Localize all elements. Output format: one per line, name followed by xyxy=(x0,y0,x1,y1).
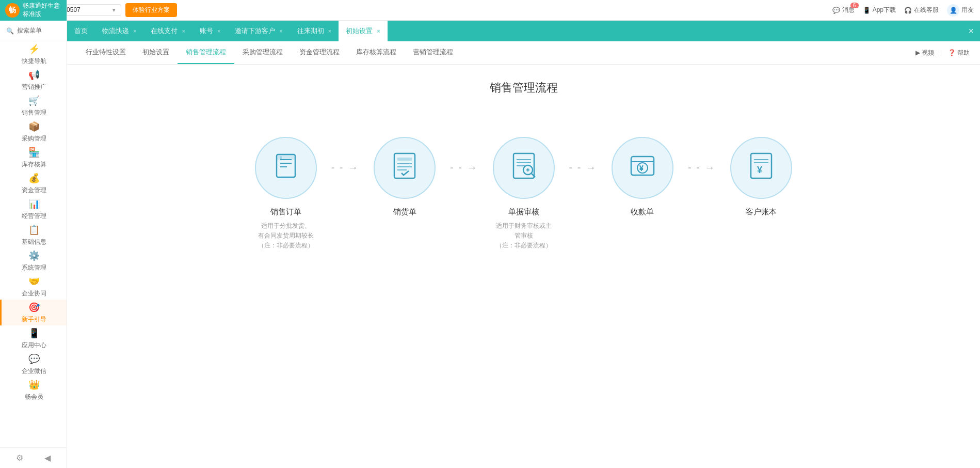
sidebar-item-marketing-promo[interactable]: 📢 营销推广 xyxy=(0,67,67,93)
sidebar-item-newbie-guide[interactable]: 🎯 新手引导 xyxy=(0,300,67,325)
nav-tab-往来期初[interactable]: 往来期初× xyxy=(290,21,339,41)
flow-arrow-3: - - → xyxy=(565,162,601,174)
nav-tab-邀请下游客户[interactable]: 邀请下游客户× xyxy=(228,21,290,41)
sidebar-label-enterprise-wechat: 企业微信 xyxy=(22,367,46,376)
sidebar-item-enterprise-wechat[interactable]: 💬 企业微信 xyxy=(0,351,67,377)
support-button[interactable]: 🎧 在线客服 xyxy=(904,6,939,14)
message-button[interactable]: 💬 消息 6 xyxy=(832,6,855,14)
flow-step-icon-sales-invoice xyxy=(390,151,419,185)
flow-diagram: ≡ 销售订单 适用于分批发货、有合同发货周期较长（注：非必要流程） - - → … xyxy=(77,127,970,261)
sidebar-icon-finance: 💰 xyxy=(28,173,40,184)
sidebar-label-enterprise-collab: 企业协同 xyxy=(22,289,46,298)
flow-step-sales-order[interactable]: ≡ 销售订单 适用于分批发货、有合同发货周期较长（注：非必要流程） xyxy=(245,137,327,251)
flow-circle-sales-order: ≡ xyxy=(255,137,317,199)
nav-tab-首页[interactable]: 首页 xyxy=(67,21,95,41)
top-bar: 用户690企业1660120507 ▼ 体验行业方案 💬 消息 6 📱 App下… xyxy=(0,0,980,21)
sub-tab-初始设置[interactable]: 初始设置 xyxy=(134,41,178,64)
nav-tab-在线支付[interactable]: 在线支付× xyxy=(143,21,192,41)
sidebar-label-vip: 畅会员 xyxy=(25,393,43,401)
sidebar-icon-enterprise-collab: 🤝 xyxy=(28,276,40,287)
sidebar-items: ⚡ 快捷导航📢 营销推广🛒 销售管理📦 采购管理🏪 库存核算💰 资金管理📊 经营… xyxy=(0,41,67,447)
search-menu[interactable]: 🔍 搜索菜单 xyxy=(0,21,67,41)
sidebar-icon-quicknav: ⚡ xyxy=(28,43,40,55)
flow-arrow-1: - - → xyxy=(327,162,363,174)
arrow-icon: - - → xyxy=(569,162,597,174)
message-icon: 💬 xyxy=(832,7,840,14)
settings-bottom-icon[interactable]: ⚙ xyxy=(16,453,23,463)
close-all-tabs[interactable]: × xyxy=(962,26,980,37)
user-menu[interactable]: 👤 用友 xyxy=(947,4,974,17)
question-icon: ❓ xyxy=(948,49,956,56)
headset-icon: 🎧 xyxy=(904,7,912,14)
nav-tabs: 首页物流快递×在线支付×账号×邀请下游客户×往来期初×初始设置×× xyxy=(67,21,980,41)
sidebar-icon-vip: 👑 xyxy=(28,379,40,391)
flow-circle-customer-account: ¥ xyxy=(730,137,792,199)
sub-tab-营销管理流程[interactable]: 营销管理流程 xyxy=(405,41,461,64)
sidebar-item-sales[interactable]: 🛒 销售管理 xyxy=(0,93,67,119)
nav-tab-物流快递[interactable]: 物流快递× xyxy=(95,21,143,41)
sub-tab-行业特性设置[interactable]: 行业特性设置 xyxy=(77,41,134,64)
sub-tab-资金管理流程[interactable]: 资金管理流程 xyxy=(291,41,348,64)
flow-label-customer-account: 客户账本 xyxy=(746,207,777,217)
page-title: 销售管理流程 xyxy=(77,80,970,96)
flow-step-document-review[interactable]: 单据审核 适用于财务审核或主管审核（注：非必要流程） xyxy=(483,137,565,251)
play-icon: ▶ xyxy=(915,49,920,56)
flow-label-document-review: 单据审核 xyxy=(508,207,539,217)
sidebar-item-app-center[interactable]: 📱 应用中心 xyxy=(0,325,67,351)
dropdown-arrow: ▼ xyxy=(111,7,117,13)
phone-icon: 📱 xyxy=(863,7,871,14)
sub-tab-销售管理流程[interactable]: 销售管理流程 xyxy=(178,41,234,64)
close-tab-往来期初[interactable]: × xyxy=(328,28,331,34)
sidebar-label-inventory: 库存核算 xyxy=(22,160,46,169)
flow-step-customer-account[interactable]: ¥ 客户账本 xyxy=(720,137,802,221)
flow-desc-sales-order: 适用于分批发货、有合同发货周期较长（注：非必要流程） xyxy=(258,221,314,251)
content-area: 销售管理流程 ≡ 销售订单 适用于分批发货、有合同发货周期较长（注：非必要流程）… xyxy=(67,65,980,375)
arrow-icon: - - → xyxy=(331,162,359,174)
message-badge: 6 xyxy=(850,3,859,8)
sidebar-item-finance[interactable]: 💰 资金管理 xyxy=(0,170,67,196)
close-tab-初始设置[interactable]: × xyxy=(377,28,380,34)
sub-tab-库存核算流程[interactable]: 库存核算流程 xyxy=(348,41,405,64)
sidebar-label-system: 系统管理 xyxy=(22,263,46,272)
trial-button[interactable]: 体验行业方案 xyxy=(125,3,177,17)
sub-tab-采购管理流程[interactable]: 采购管理流程 xyxy=(234,41,291,64)
flow-step-collection[interactable]: ¥ ¥ 收款单 xyxy=(601,137,684,221)
close-tab-物流快递[interactable]: × xyxy=(133,28,136,34)
flow-label-sales-invoice: 销货单 xyxy=(393,207,416,217)
avatar: 👤 xyxy=(947,4,959,17)
help-link[interactable]: ❓ 帮助 xyxy=(948,49,970,57)
sidebar-item-quicknav[interactable]: ⚡ 快捷导航 xyxy=(0,41,67,67)
close-tab-账号[interactable]: × xyxy=(217,28,220,34)
sidebar-label-quicknav: 快捷导航 xyxy=(22,57,46,66)
sidebar-icon-operations: 📊 xyxy=(28,198,40,210)
sidebar: 畅 畅康通好生意 标准版 🔍 搜索菜单 ⚡ 快捷导航📢 营销推广🛒 销售管理📦 … xyxy=(0,0,67,468)
video-link[interactable]: ▶ 视频 xyxy=(915,49,934,57)
sidebar-label-app-center: 应用中心 xyxy=(22,341,46,350)
main-content: 行业特性设置初始设置销售管理流程采购管理流程资金管理流程库存核算流程营销管理流程… xyxy=(67,41,980,468)
sidebar-item-operations[interactable]: 📊 经营管理 xyxy=(0,196,67,222)
collapse-icon[interactable]: ◀ xyxy=(44,453,51,463)
search-icon: 🔍 xyxy=(6,27,14,35)
sidebar-icon-basic-info: 📋 xyxy=(28,224,40,236)
sidebar-icon-system: ⚙️ xyxy=(28,250,40,261)
sidebar-item-purchase[interactable]: 📦 采购管理 xyxy=(0,119,67,145)
close-tab-邀请下游客户[interactable]: × xyxy=(279,28,282,34)
flow-step-icon-document-review xyxy=(509,151,538,185)
app-download-button[interactable]: 📱 App下载 xyxy=(863,6,896,14)
nav-tab-账号[interactable]: 账号× xyxy=(192,21,228,41)
sidebar-item-enterprise-collab[interactable]: 🤝 企业协同 xyxy=(0,274,67,300)
logo-text: 畅康通好生意 标准版 xyxy=(23,2,60,18)
sidebar-item-basic-info[interactable]: 📋 基础信息 xyxy=(0,222,67,248)
flow-circle-collection: ¥ ¥ xyxy=(612,137,673,199)
close-tab-在线支付[interactable]: × xyxy=(182,28,185,34)
sidebar-label-newbie-guide: 新手引导 xyxy=(22,315,46,324)
flow-circle-sales-invoice xyxy=(374,137,436,199)
sidebar-item-inventory[interactable]: 🏪 库存核算 xyxy=(0,145,67,170)
sidebar-item-system[interactable]: ⚙️ 系统管理 xyxy=(0,248,67,274)
sidebar-item-vip[interactable]: 👑 畅会员 xyxy=(0,377,67,403)
sidebar-label-purchase: 采购管理 xyxy=(22,134,46,143)
arrow-icon: - - → xyxy=(688,162,716,174)
flow-step-sales-invoice[interactable]: 销货单 xyxy=(363,137,446,221)
top-bar-right: 💬 消息 6 📱 App下载 🎧 在线客服 👤 用友 xyxy=(832,4,974,17)
nav-tab-初始设置[interactable]: 初始设置× xyxy=(339,21,387,41)
